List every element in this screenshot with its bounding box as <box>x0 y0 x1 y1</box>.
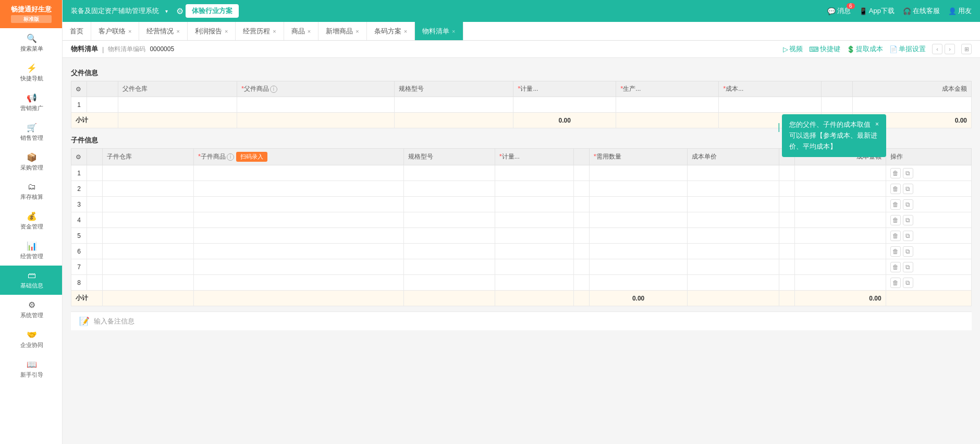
child-row-5-warehouse[interactable] <box>103 228 194 244</box>
child-row-7-unit[interactable] <box>495 259 573 275</box>
parent-row-1-product[interactable] <box>237 97 394 113</box>
tab-close-物料清单[interactable]: × <box>452 28 455 34</box>
copy-btn-6[interactable]: ⧉ <box>903 246 913 257</box>
parent-col-gear[interactable]: ⚙ <box>71 81 87 97</box>
child-col-gear[interactable]: ⚙ <box>71 149 87 165</box>
child-row-1-unit-cost[interactable] <box>688 165 779 181</box>
child-row-4-warehouse[interactable] <box>103 212 194 228</box>
child-row-3-warehouse[interactable] <box>103 197 194 212</box>
child-row-3-product[interactable] <box>194 197 403 212</box>
sidebar-item-库存核算[interactable]: 🗂库存核算 <box>0 177 62 206</box>
child-row-4-qty[interactable] <box>589 212 688 228</box>
grid-menu-icon[interactable]: ⊞ <box>961 44 972 54</box>
tab-close-经营历程[interactable]: × <box>273 28 276 34</box>
sidebar-item-搜索菜单[interactable]: 🔍搜索菜单 <box>0 28 62 58</box>
user-button[interactable]: 👤 用友 <box>948 6 972 16</box>
tooltip-close[interactable]: × <box>875 119 879 129</box>
shortcut-action[interactable]: ⌨ 快捷键 <box>809 44 840 54</box>
child-row-6-product[interactable] <box>194 244 403 259</box>
bottom-hint-text[interactable]: 输入备注信息 <box>94 317 134 326</box>
child-row-6-warehouse[interactable] <box>103 244 194 259</box>
online-service-button[interactable]: 🎧 在线客服 <box>903 6 940 16</box>
child-row-1-qty[interactable] <box>589 165 688 181</box>
settings-action[interactable]: 📄 单据设置 <box>889 44 926 54</box>
copy-btn-4[interactable]: ⧉ <box>903 215 913 225</box>
tab-close-客户联络[interactable]: × <box>128 28 131 34</box>
child-row-7-unit-cost[interactable] <box>688 259 779 275</box>
copy-btn-7[interactable]: ⧉ <box>903 262 913 272</box>
app-download-button[interactable]: 📱 App下载 <box>859 6 895 16</box>
sidebar-item-销售管理[interactable]: 🛒销售管理 <box>0 117 62 147</box>
tab-close-利润报告[interactable]: × <box>225 28 228 34</box>
child-row-3-unit[interactable] <box>495 197 573 212</box>
child-row-8-spec[interactable] <box>403 275 495 291</box>
child-row-5-spec[interactable] <box>403 228 495 244</box>
child-row-7-spec[interactable] <box>403 259 495 275</box>
tab-物料清单[interactable]: 物料清单× <box>415 22 463 40</box>
child-row-7-product[interactable] <box>194 259 403 275</box>
delete-btn-1[interactable]: 🗑 <box>890 168 901 178</box>
child-row-2-spec[interactable] <box>403 181 495 197</box>
parent-row-1-col1[interactable] <box>87 97 118 113</box>
child-row-2-product[interactable] <box>194 181 403 197</box>
sidebar-item-经营管理[interactable]: 📊经营管理 <box>0 236 62 266</box>
cost-action[interactable]: 💲 提取成本 <box>847 44 883 54</box>
tab-close-经营情况[interactable]: × <box>176 28 179 34</box>
delete-btn-4[interactable]: 🗑 <box>890 215 901 225</box>
child-row-8-qty[interactable] <box>589 275 688 291</box>
child-row-5-unit[interactable] <box>495 228 573 244</box>
child-row-6-unit-cost[interactable] <box>688 244 779 259</box>
child-row-4-unit[interactable] <box>495 212 573 228</box>
copy-btn-3[interactable]: ⧉ <box>903 199 913 210</box>
sidebar-item-企业协同[interactable]: 🤝企业协同 <box>0 325 62 354</box>
tab-close-新增商品[interactable]: × <box>356 28 359 34</box>
prev-arrow[interactable]: ‹ <box>932 44 942 54</box>
sidebar-item-系统管理[interactable]: ⚙系统管理 <box>0 295 62 325</box>
child-row-1-warehouse[interactable] <box>103 165 194 181</box>
child-row-1-unit[interactable] <box>495 165 573 181</box>
view-action[interactable]: ▷ 视频 <box>783 44 803 54</box>
tab-客户联络[interactable]: 客户联络× <box>91 22 139 40</box>
tab-商品[interactable]: 商品× <box>284 22 318 40</box>
tab-首页[interactable]: 首页 <box>63 22 91 40</box>
message-button[interactable]: 💬 消息 6 <box>827 6 851 16</box>
child-row-2-warehouse[interactable] <box>103 181 194 197</box>
delete-btn-2[interactable]: 🗑 <box>890 184 901 194</box>
child-row-2-unit-cost[interactable] <box>688 181 779 197</box>
sidebar-item-营销推广[interactable]: 📢营销推广 <box>0 88 62 117</box>
delete-btn-5[interactable]: 🗑 <box>890 231 901 241</box>
parent-row-1-production[interactable] <box>616 97 719 113</box>
sidebar-item-基础信息[interactable]: 🗃基础信息 <box>0 266 62 295</box>
child-row-4-spec[interactable] <box>403 212 495 228</box>
child-row-4-product[interactable] <box>194 212 403 228</box>
sidebar-item-快捷导航[interactable]: ⚡快捷导航 <box>0 58 62 88</box>
child-row-7-warehouse[interactable] <box>103 259 194 275</box>
parent-row-1-cost[interactable] <box>719 97 822 113</box>
sidebar-item-资金管理[interactable]: 💰资金管理 <box>0 206 62 236</box>
system-dropdown-arrow[interactable]: ▾ <box>165 8 168 14</box>
child-row-8-product[interactable] <box>194 275 403 291</box>
child-row-6-qty[interactable] <box>589 244 688 259</box>
delete-btn-6[interactable]: 🗑 <box>890 246 901 257</box>
child-row-1-spec[interactable] <box>403 165 495 181</box>
copy-btn-1[interactable]: ⧉ <box>903 168 913 178</box>
child-row-8-warehouse[interactable] <box>103 275 194 291</box>
child-row-5-qty[interactable] <box>589 228 688 244</box>
parent-row-1-warehouse[interactable] <box>118 97 237 113</box>
child-row-3-spec[interactable] <box>403 197 495 212</box>
sidebar-item-采购管理[interactable]: 📦采购管理 <box>0 147 62 177</box>
tab-利润报告[interactable]: 利润报告× <box>188 22 236 40</box>
copy-btn-5[interactable]: ⧉ <box>903 231 913 241</box>
tab-条码方案[interactable]: 条码方案× <box>367 22 415 40</box>
tab-close-商品[interactable]: × <box>308 28 311 34</box>
tab-经营情况[interactable]: 经营情况× <box>139 22 187 40</box>
child-row-5-product[interactable] <box>194 228 403 244</box>
tab-新增商品[interactable]: 新增商品× <box>318 22 366 40</box>
child-row-6-unit[interactable] <box>495 244 573 259</box>
child-row-5-unit-cost[interactable] <box>688 228 779 244</box>
delete-btn-7[interactable]: 🗑 <box>890 262 901 272</box>
child-row-4-unit-cost[interactable] <box>688 212 779 228</box>
copy-btn-2[interactable]: ⧉ <box>903 184 913 194</box>
child-row-7-qty[interactable] <box>589 259 688 275</box>
child-row-3-qty[interactable] <box>589 197 688 212</box>
